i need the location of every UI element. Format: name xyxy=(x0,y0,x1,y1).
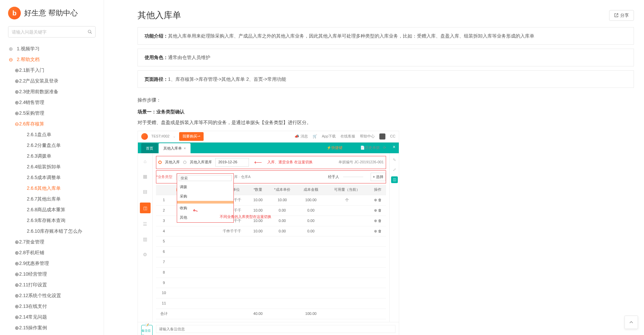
search-input[interactable] xyxy=(8,26,96,38)
expand-icon xyxy=(15,325,19,331)
svg-line-1 xyxy=(91,33,92,34)
buy-button: 我要购买⇀ xyxy=(179,132,204,141)
app-download: App下载 xyxy=(322,133,336,140)
expand-icon xyxy=(15,239,19,245)
tab-home: 首页 xyxy=(141,143,158,153)
annotation-1: 入库、退货业务 在这里切换 xyxy=(267,159,313,166)
nav-l2-12[interactable]: 2.12系统个性化设置 xyxy=(8,290,96,301)
nav-l3-4[interactable]: 2.6.4组装拆卸单 xyxy=(8,162,96,172)
nav-l2-15[interactable]: 2.15操作案例 xyxy=(8,323,96,333)
avatar xyxy=(379,133,385,139)
nav-l2-4[interactable]: 2.4销售管理 xyxy=(8,97,96,108)
article-body: 操作步骤： 场景一：业务类型确认 对于受赠、盘盈或是拆装入库等不同的业务，是通过… xyxy=(104,88,644,335)
expand-icon xyxy=(15,250,19,256)
nav-l2-8[interactable]: 2.8手机旺铺 xyxy=(8,247,96,258)
role-box: 使用角色：通常由仓管人员维护 xyxy=(138,49,634,66)
path-box: 页面路径：1、库存核算->库存管理->其他入库单 2、首页->常用功能 xyxy=(138,70,634,88)
nav-l3-3[interactable]: 2.6.3调拨单 xyxy=(8,151,96,162)
dropdown-search xyxy=(179,175,232,181)
radio-on-icon xyxy=(158,161,162,164)
home-icon: ⌂ xyxy=(144,157,146,166)
logo-icon: b xyxy=(8,7,21,19)
close-all-icon: × xyxy=(389,143,399,153)
remark-input xyxy=(156,325,395,333)
share-icon xyxy=(614,13,619,17)
nav-l3-10[interactable]: 2.6.10库存账本错了怎么办 xyxy=(8,226,96,237)
msg-icon: 📣 消息 xyxy=(294,133,308,140)
tab-other-in: 其他入库单× xyxy=(159,143,191,153)
env-label: TEST:#002 xyxy=(151,133,169,140)
nav-l3-9[interactable]: 2.6.9库存账本查询 xyxy=(8,215,96,226)
online-service: 在线客服 xyxy=(340,133,355,140)
nav-l2-14[interactable]: 2.14常见问题 xyxy=(8,312,96,323)
search-button[interactable] xyxy=(84,26,96,38)
scenario-1-title: 场景一：业务类型确认 xyxy=(138,108,634,116)
annotation-2: 不同业务的入库类型在这里切换 xyxy=(220,214,271,220)
screenshot-figure: TEST:#002 ⌄ 我要购买⇀ 📣 消息 🛒 App下载 在线客服 帮助中心… xyxy=(138,131,399,335)
search-icon xyxy=(88,30,92,34)
nav-l3-1[interactable]: 2.6.1盘点单 xyxy=(8,129,96,140)
nav-l2-1[interactable]: 2.1新手入门 xyxy=(8,65,96,76)
nav-l2-9[interactable]: 2.9优惠券管理 xyxy=(8,258,96,269)
arrow-icon: ⟵ xyxy=(254,158,262,167)
expand-icon xyxy=(15,271,19,277)
scenario-1-text: 对于受赠、盘盈或是拆装入库等不同的业务，是通过单据头【业务类型】进行区分。 xyxy=(138,118,634,127)
nav-l3-5[interactable]: 2.6.5成本调整单 xyxy=(8,172,96,183)
close-icon: × xyxy=(184,147,186,150)
search-box xyxy=(8,26,96,38)
tool-active-icon: ◫ xyxy=(391,176,398,183)
expand-icon xyxy=(8,46,13,52)
selected-nav-icon: ◫ xyxy=(140,203,151,213)
fig-right-tools: ✎ ⤢ ◫ xyxy=(389,153,399,322)
nav-l2-5[interactable]: 2.5采购管理 xyxy=(8,108,96,119)
fig-leftnav: ⌂ ▦ ▤ ◫ ☰ ▥ ⚙ xyxy=(138,153,153,322)
nav-l2-6[interactable]: 2.6库存核算 xyxy=(8,119,96,129)
wallet-icon: ☰ xyxy=(143,220,147,228)
cart-icon: 🛒 xyxy=(313,133,317,140)
chevron-up-icon xyxy=(628,319,634,325)
expand-icon xyxy=(15,261,19,267)
nav-l1-docs[interactable]: 2.帮助文档 xyxy=(8,54,96,65)
nav-l3-6[interactable]: 2.6.6其他入库单 xyxy=(8,183,96,194)
doc-icon: ▤ xyxy=(143,187,147,196)
nav-l2-11[interactable]: 2.11打印设置 xyxy=(8,280,96,290)
expand-icon xyxy=(15,78,19,84)
nav-l2-13[interactable]: 2.13在线支付 xyxy=(8,301,96,312)
page-title: 其他入库单 xyxy=(138,9,181,21)
scroll-top-button[interactable] xyxy=(625,316,638,329)
expand-icon xyxy=(15,282,19,288)
nav-l3-8[interactable]: 2.6.8商品成本重算 xyxy=(8,205,96,215)
nav-l2-3[interactable]: 2.3使用前数据准备 xyxy=(8,87,96,97)
nav-l2-7[interactable]: 2.7资金管理 xyxy=(8,237,96,247)
svg-point-0 xyxy=(88,30,91,33)
nav-l3-7[interactable]: 2.6.7其他出库单 xyxy=(8,194,96,205)
expand-icon xyxy=(15,293,19,299)
sidebar: b 好生意 帮助中心 1.视频学习 2.帮助文档 2.1新手入门 2.2产品安装… xyxy=(0,0,104,335)
logo-row: b 好生意 帮助中心 xyxy=(8,7,96,19)
expand-icon xyxy=(15,100,19,106)
logo-text: 好生意 帮助中心 xyxy=(24,8,78,18)
share-button[interactable]: 分享 xyxy=(609,10,634,21)
cube-icon: ▦ xyxy=(143,172,147,181)
date-field: 2019-12-26 xyxy=(215,158,249,167)
app-logo-icon xyxy=(141,133,148,140)
tool-icon: ⤢ xyxy=(393,166,396,174)
nav-l3-2[interactable]: 2.6.2分量盘点单 xyxy=(8,140,96,151)
main-content: 其他入库单 分享 功能介绍：其他入库单用来处理除采购入库、产成品入库之外的其他入… xyxy=(104,0,644,335)
nav-l1-video[interactable]: 1.视频学习 xyxy=(8,44,96,54)
nav-l2-2[interactable]: 2.2产品安装及登录 xyxy=(8,76,96,87)
gear-icon: ⚙ xyxy=(143,250,147,259)
collapse-icon xyxy=(8,57,13,62)
nav-l2-10[interactable]: 2.10经营管理 xyxy=(8,269,96,280)
expand-icon xyxy=(15,67,19,73)
user-name: CC xyxy=(390,133,395,140)
expand-icon xyxy=(15,303,19,310)
chart-icon: ▥ xyxy=(143,235,147,243)
doc-type-row: 其他入库 其他入库退库 2019-12-26 ⟵ 入库、退货业务 在这里切换 单… xyxy=(156,156,386,169)
intro-box: 功能介绍：其他入库单用来处理除采购入库、产成品入库之外的其他入库业务，因此其他入… xyxy=(138,27,634,45)
collapse-icon xyxy=(15,121,19,127)
expand-icon xyxy=(15,314,19,320)
remark-icon: 📝备注信息 xyxy=(141,325,153,335)
expand-icon xyxy=(15,110,19,116)
radio-off-icon xyxy=(183,161,186,164)
